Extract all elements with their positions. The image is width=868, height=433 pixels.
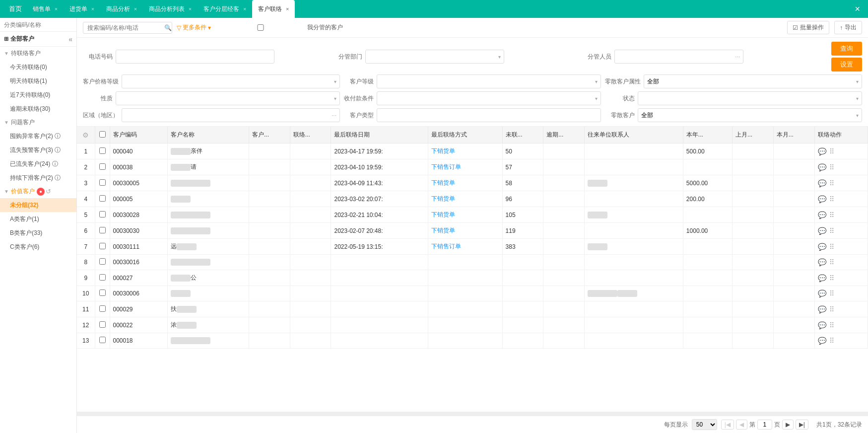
sidebar-item-overdue-pending[interactable]: 逾期未联络(30) — [0, 102, 76, 116]
apps-icon[interactable]: ⠿ — [829, 243, 834, 251]
row-select-checkbox[interactable] — [99, 147, 106, 154]
nav-home[interactable]: 首页 — [4, 0, 27, 18]
phone-input[interactable] — [116, 50, 274, 64]
row-select-checkbox[interactable] — [99, 337, 106, 343]
close-goods-analysis-icon[interactable]: × — [134, 6, 137, 12]
apps-icon[interactable]: ⠿ — [829, 337, 834, 345]
apps-icon[interactable]: ⠿ — [829, 321, 834, 329]
retail-customer-select[interactable]: 全部 ▾ — [638, 108, 862, 122]
nav-goods-list[interactable]: 商品分析列表 × — [143, 0, 198, 18]
sidebar-item-declining[interactable]: 持续下滑客户(2) ⓘ — [0, 171, 76, 185]
apps-icon[interactable]: ⠿ — [829, 179, 834, 187]
my-customer-checkbox-label[interactable]: 我分管的客户 — [216, 23, 343, 32]
chat-icon[interactable]: 💬 — [818, 163, 826, 171]
chat-icon[interactable]: 💬 — [818, 337, 826, 345]
nav-goods-analysis[interactable]: 商品分析 × — [100, 0, 143, 18]
chat-icon[interactable]: 💬 — [818, 243, 826, 251]
close-sales-icon[interactable]: × — [55, 6, 58, 12]
row-select-checkbox[interactable] — [99, 321, 106, 328]
my-customer-checkbox[interactable] — [216, 24, 305, 31]
sidebar-item-tomorrow-pending[interactable]: 明天待联络(1) — [0, 74, 76, 88]
refresh-icon[interactable]: ↺ — [46, 188, 51, 195]
apps-icon[interactable]: ⠿ — [829, 258, 834, 266]
price-grade-select[interactable]: ▾ — [122, 74, 340, 88]
sidebar-collapse-icon[interactable]: « — [68, 35, 72, 43]
sidebar-item-7days-pending[interactable]: 近7天待联络(0) — [0, 88, 76, 102]
sidebar-group-pending[interactable]: ▼ 待联络客户 — [0, 47, 76, 60]
h-scrollbar[interactable] — [77, 412, 868, 416]
gender-select[interactable]: ▾ — [116, 91, 340, 105]
search-input[interactable] — [83, 22, 172, 34]
page-input[interactable] — [757, 420, 772, 430]
close-all-tabs[interactable]: × — [851, 4, 864, 14]
staff-select[interactable]: ··· — [614, 50, 743, 64]
status-select[interactable]: ▾ — [638, 91, 862, 105]
sidebar-item-churned[interactable]: 已流失客户(24) ⓘ — [0, 157, 76, 171]
chat-icon[interactable]: 💬 — [818, 258, 826, 266]
sidebar-item-class-c[interactable]: C类客户(6) — [0, 240, 76, 254]
sidebar-all-customers-header[interactable]: ⊞ 全部客户 « — [0, 32, 76, 47]
sidebar-item-churn-warning[interactable]: 流失预警客户(3) ⓘ — [0, 143, 76, 157]
row-select-checkbox[interactable] — [99, 211, 106, 217]
chat-icon[interactable]: 💬 — [818, 147, 826, 155]
nav-sales[interactable]: 销售单 × — [27, 0, 64, 18]
sidebar-item-today-pending[interactable]: 今天待联络(0) — [0, 60, 76, 74]
sidebar-item-class-b[interactable]: B类客户(33) — [0, 226, 76, 240]
chat-icon[interactable]: 💬 — [818, 274, 826, 282]
sidebar-group-problem[interactable]: ▼ 问题客户 — [0, 116, 76, 129]
sidebar-item-ungroup[interactable]: 未分组(32) — [0, 198, 76, 212]
row-select-checkbox[interactable] — [99, 274, 106, 281]
row-select-checkbox[interactable] — [99, 243, 106, 249]
chat-icon[interactable]: 💬 — [818, 211, 826, 219]
row-select-checkbox[interactable] — [99, 289, 106, 296]
nav-purchase[interactable]: 进货单 × — [64, 0, 100, 18]
sidebar-group-value[interactable]: ▼ 价值客户 ● ↺ — [0, 185, 76, 198]
row-select-checkbox[interactable] — [99, 179, 106, 186]
nav-customer-contact[interactable]: 客户联络 × — [252, 0, 295, 18]
apps-icon[interactable]: ⠿ — [829, 305, 834, 313]
nav-customer-layer[interactable]: 客户分层经客 × — [198, 0, 252, 18]
row-select-checkbox[interactable] — [99, 305, 106, 312]
close-customer-layer-icon[interactable]: × — [243, 6, 246, 12]
chat-icon[interactable]: 💬 — [818, 289, 826, 297]
apps-icon[interactable]: ⠿ — [829, 274, 834, 282]
customer-type-select[interactable] — [377, 108, 601, 122]
apps-icon[interactable]: ⠿ — [829, 195, 834, 203]
chat-icon[interactable]: 💬 — [818, 321, 826, 329]
apps-icon[interactable]: ⠿ — [829, 289, 834, 297]
select-all-checkbox[interactable] — [99, 131, 106, 138]
first-page-btn[interactable]: |◀ — [721, 420, 734, 430]
reset-btn[interactable]: 设置 — [831, 58, 862, 72]
row-select-checkbox[interactable] — [99, 195, 106, 202]
page-size-select[interactable]: 50 100 200 — [692, 419, 717, 430]
chat-icon[interactable]: 💬 — [818, 305, 826, 313]
filter-search-icon[interactable]: 🔍 — [164, 24, 172, 31]
region-select[interactable]: ··· — [122, 108, 340, 122]
next-page-btn[interactable]: ▶ — [782, 420, 794, 430]
pay-select[interactable]: ▾ — [377, 91, 601, 105]
retail-attr-select[interactable]: 全部 ▾ — [644, 74, 862, 88]
close-customer-contact-icon[interactable]: × — [286, 6, 289, 12]
gear-icon[interactable]: ⚙ — [82, 131, 89, 139]
row-select-checkbox[interactable] — [99, 258, 106, 265]
chat-icon[interactable]: 💬 — [818, 195, 826, 203]
batch-operation-btn[interactable]: ☑ 批量操作 — [787, 21, 829, 34]
last-page-btn[interactable]: ▶| — [796, 420, 808, 430]
more-filter-btn[interactable]: ▽ 更多条件 ▾ — [177, 23, 211, 32]
apps-icon[interactable]: ⠿ — [829, 147, 834, 155]
sidebar-search-input[interactable] — [4, 21, 77, 28]
prev-page-btn[interactable]: ◀ — [736, 420, 747, 430]
chat-icon[interactable]: 💬 — [818, 227, 826, 235]
customer-grade-select[interactable]: ▾ — [377, 74, 601, 88]
row-select-checkbox[interactable] — [99, 163, 106, 170]
apps-icon[interactable]: ⠿ — [829, 211, 834, 219]
sidebar-item-class-a[interactable]: A类客户(1) — [0, 212, 76, 226]
row-select-checkbox[interactable] — [99, 227, 106, 233]
query-btn[interactable]: 查询 — [831, 42, 862, 56]
apps-icon[interactable]: ⠿ — [829, 163, 834, 171]
close-goods-list-icon[interactable]: × — [189, 6, 192, 12]
close-purchase-icon[interactable]: × — [91, 6, 94, 12]
sidebar-item-hoard-abnormal[interactable]: 囤购异常客户(2) ⓘ — [0, 129, 76, 143]
apps-icon[interactable]: ⠿ — [829, 227, 834, 235]
dept-select[interactable]: ▾ — [365, 50, 504, 64]
